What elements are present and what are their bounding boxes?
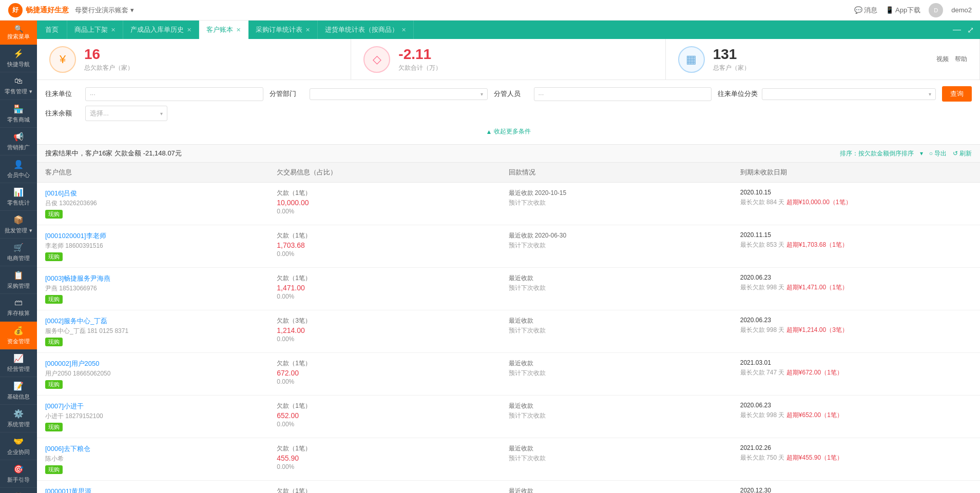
tab-stock-history-label: 产成品入库单历史 [130,25,184,34]
tab-purchase-order-close[interactable]: ✕ [305,27,310,33]
tab-purchase-order[interactable]: 采购订单统计表 ✕ [248,21,318,39]
enterprise-icon: 🤝 [13,437,24,446]
tab-expand-btn[interactable]: ⤢ [965,24,976,36]
newbie-icon: 🎯 [13,464,24,474]
debt-cell-2: 欠款（1笔） 1,471.00 0.00% [277,274,508,300]
overdue-date-0: 2020.10.15 [740,189,972,196]
company-select[interactable]: 母婴行业演示账套 ▾ [75,6,134,15]
tab-stock-history-close[interactable]: ✕ [187,27,191,33]
batch-mgmt-icon: 📦 [13,215,24,225]
customer-id-1[interactable]: [0001020001]李老师 [45,231,277,241]
message-btn[interactable]: 💬 消息 [854,6,878,15]
sidebar-item-quick-nav[interactable]: ⚡ 快捷导航 [0,45,37,72]
customer-id-4[interactable]: [000002]用户2050 [45,359,277,368]
tab-products[interactable]: 商品上下架 ✕ [67,21,123,39]
overdue-date-3: 2020.06.23 [740,317,972,324]
overdue-link-1[interactable]: 超期¥1,703.68（1笔） [786,241,848,248]
customer-sub-2: 尹燕 18513066976 [45,284,277,293]
retail-mall-label: 零售商城 [7,116,30,124]
tab-products-close[interactable]: ✕ [111,27,116,33]
tab-customer-account-close[interactable]: ✕ [236,27,241,33]
customer-cell-1: [0001020001]李老师 李老师 18600391516 现购 [45,231,277,261]
customer-badge-1: 现购 [45,252,63,261]
customer-id-2[interactable]: [0003]畅捷服务尹海燕 [45,274,277,283]
customer-id-5[interactable]: [0007]小进干 [45,402,277,411]
data-table: 客户信息 欠交易信息（占比） 回款情况 到期未收款日期 [0016]吕俊 吕俊 … [37,163,980,493]
debt-amount-1: 1,703.68 [277,241,508,249]
sidebar-item-operations[interactable]: 📈 经营管理 [0,349,37,377]
sidebar-item-batch-mgmt[interactable]: 📦 批发管理 ▾ [0,211,37,239]
overdue-link-6[interactable]: 超期¥455.90（1笔） [786,454,843,461]
sidebar-item-capital[interactable]: 💰 资金管理 [0,322,37,349]
stats-bar: ¥ 16 总欠款客户（家） ◇ -2.11 欠款合计（万） ▦ 131 总客户（… [37,39,980,80]
stat-text-amount: -2.11 欠款合计（万） [398,46,441,72]
sidebar-search[interactable]: 🔍 搜索菜单 [0,21,37,45]
sidebar-item-basic-info[interactable]: 📝 基础信息 [0,377,37,405]
customer-sub-5: 小进干 18279152100 [45,412,277,421]
app-download-btn[interactable]: 📱 App下载 [886,6,920,15]
customer-cell-7: [000001]黄思源 黄思源 13552700226 现购 [45,487,277,493]
sidebar-item-newbie[interactable]: 🎯 新手引导 [0,460,37,488]
customer-id-6[interactable]: [0006]去下粮仓 [45,444,277,453]
overdue-link-0[interactable]: 超期¥10,000.00（1笔） [786,199,852,206]
sidebar-item-purchase[interactable]: 📋 采购管理 [0,266,37,294]
sidebar-item-ecommerce[interactable]: 🛒 电商管理 [0,239,37,266]
person-input[interactable]: ··· [534,87,712,101]
sidebar-item-system[interactable]: ⚙️ 系统管理 [0,405,37,432]
sidebar-item-retail-mall[interactable]: 🏪 零售商城 [0,100,37,128]
balance-select[interactable]: 选择... ▾ [85,106,167,121]
customer-id-0[interactable]: [0016]吕俊 [45,189,277,198]
stat-overdue-customers: ¥ 16 总欠款客户（家） [37,39,351,80]
overdue-link-3[interactable]: 超期¥1,214.00（3笔） [786,326,848,333]
customer-id-7[interactable]: [000001]黄思源 [45,487,277,493]
avatar[interactable]: D [929,3,943,17]
sidebar-item-member[interactable]: 👤 会员中心 [0,155,37,183]
collection-cell-6: 最近收款 预计下次收款 [509,444,740,463]
unit-category-input[interactable]: ▾ [762,88,936,100]
debt-percent-1: 0.00% [277,250,508,258]
debt-cell-7: 欠款（1笔） 429.00 0.00% [277,487,508,493]
table-row: [0016]吕俊 吕俊 13026203696 现购 欠款（1笔） 10,000… [37,183,980,225]
sidebar-item-enterprise[interactable]: 🤝 企业协同 [0,432,37,460]
debt-cell-3: 欠款（3笔） 1,214.00 0.00% [277,317,508,343]
sidebar-item-retail-mgmt[interactable]: 🛍 零售管理 ▾ [0,72,37,100]
top-bar-left: 好 畅捷通好生意 母婴行业演示账套 ▾ [8,3,134,17]
sidebar-item-app-center[interactable]: 📱 应用中心 [0,488,37,493]
refresh-btn[interactable]: ↺ 刷新 [953,149,972,158]
tab-stock-stat-close[interactable]: ✕ [401,27,406,33]
view-btn[interactable]: 视频 [936,55,949,64]
sidebar-item-inventory[interactable]: 🗃 库存核算 [0,294,37,322]
overdue-link-5[interactable]: 超期¥652.00（1笔） [786,411,843,419]
tab-home[interactable]: 首页 [37,21,67,39]
stat-label-total-customers: 总客户（家） [713,64,750,72]
department-label: 分管部门 [270,89,305,98]
balance-label: 往来余额 [45,109,81,118]
overdue-link-2[interactable]: 超期¥1,471.00（1笔） [786,284,848,291]
search-button[interactable]: 查询 [942,86,972,102]
balance-placeholder: 选择... [90,109,109,118]
from-unit-input[interactable]: ··· [85,87,263,101]
collapse-btn[interactable]: ▲ 收起更多条件 [45,125,972,138]
table-body: [0016]吕俊 吕俊 13026203696 现购 欠款（1笔） 10,000… [37,183,980,493]
tab-customer-account[interactable]: 客户账本 ✕ [199,21,248,39]
sidebar: 🔍 搜索菜单 ⚡ 快捷导航 🛍 零售管理 ▾ 🏪 零售商城 📢 营销推广 👤 会… [0,21,37,493]
customer-id-3[interactable]: [0002]服务中心_丁磊 [45,317,277,326]
overdue-date-6: 2021.02.26 [740,444,972,451]
collection-next-0: 预计下次收款 [509,199,740,207]
debt-cell-0: 欠款（1笔） 10,000.00 0.00% [277,189,508,215]
help-btn[interactable]: 帮助 [955,55,967,64]
debt-cell-1: 欠款（1笔） 1,703.68 0.00% [277,231,508,258]
tab-stock-history[interactable]: 产成品入库单历史 ✕ [123,21,199,39]
sort-select[interactable]: 排序：按欠款金额倒序排序 [840,149,914,158]
sidebar-item-retail-stat[interactable]: 📊 零售统计 [0,183,37,211]
export-btn[interactable]: ○ 导出 [929,149,947,158]
tab-stock-stat[interactable]: 进货单统计表（按商品） ✕ [318,21,414,39]
person-dots: ··· [539,90,544,98]
overdue-link-4[interactable]: 超期¥672.00（1笔） [786,369,843,376]
collapse-label: 收起更多条件 [494,127,531,136]
department-input[interactable]: ▾ [310,88,488,100]
tab-minimize-btn[interactable]: — [951,24,963,35]
overdue-date-7: 2020.12.30 [740,487,972,493]
overdue-cell-6: 2021.02.26 最长欠款 750 天 超期¥455.90（1笔） [740,444,972,462]
sidebar-item-marketing[interactable]: 📢 营销推广 [0,128,37,155]
